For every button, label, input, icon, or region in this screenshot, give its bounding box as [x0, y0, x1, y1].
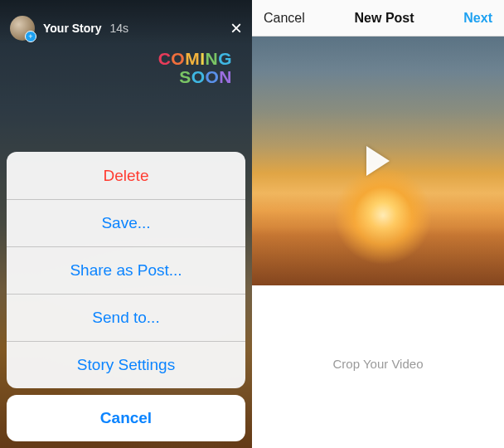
- close-icon[interactable]: ×: [230, 18, 242, 38]
- video-preview[interactable]: [252, 37, 504, 285]
- cancel-button[interactable]: Cancel: [7, 395, 245, 441]
- delete-button[interactable]: Delete: [7, 152, 245, 199]
- crop-your-video-label: Crop Your Video: [252, 357, 504, 371]
- action-sheet: Delete Save... Share as Post... Send to.…: [7, 152, 245, 441]
- story-name-label: Your Story: [43, 22, 102, 35]
- action-sheet-group: Delete Save... Share as Post... Send to.…: [7, 152, 245, 388]
- story-header: Your Story 14s ×: [0, 0, 252, 45]
- story-time-label: 14s: [110, 22, 129, 35]
- play-icon[interactable]: [366, 146, 390, 176]
- coming-soon-sticker: COMING SOON: [158, 50, 232, 86]
- water-reflection: [252, 201, 504, 285]
- send-to-button[interactable]: Send to...: [7, 294, 245, 341]
- avatar[interactable]: [10, 16, 35, 41]
- nav-title: New Post: [355, 11, 414, 26]
- nav-next-button[interactable]: Next: [463, 11, 492, 26]
- new-post-pane: Cancel New Post Next Crop Your Video: [252, 0, 504, 448]
- story-viewer-pane: Your Story 14s × COMING SOON Delete Save…: [0, 0, 252, 448]
- save-button[interactable]: Save...: [7, 199, 245, 246]
- nav-cancel-button[interactable]: Cancel: [264, 11, 305, 26]
- share-as-post-button[interactable]: Share as Post...: [7, 246, 245, 294]
- story-settings-button[interactable]: Story Settings: [7, 341, 245, 388]
- navbar: Cancel New Post Next: [252, 0, 504, 37]
